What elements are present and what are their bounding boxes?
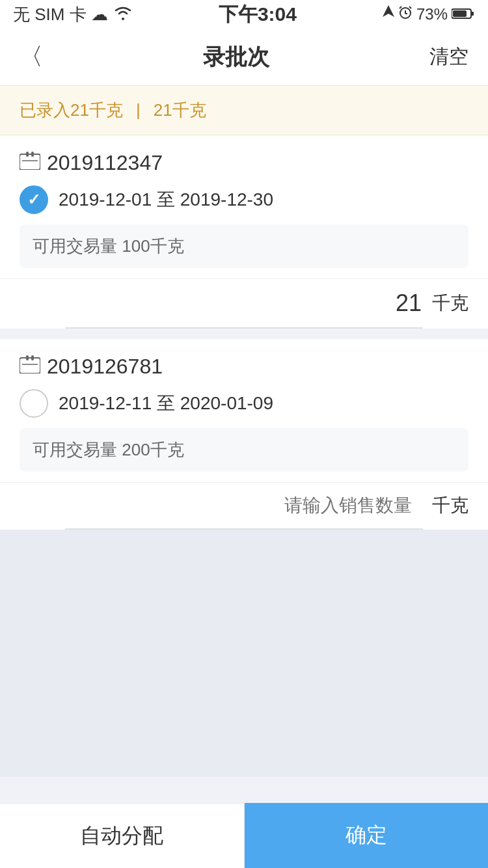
batch-1-quantity-value: 21 bbox=[396, 290, 422, 317]
bottom-bar: 自动分配 确定 bbox=[0, 803, 488, 868]
batch-1-availability: 可用交易量 100千克 bbox=[20, 224, 468, 268]
page-title: 录批次 bbox=[203, 42, 269, 72]
battery-percent: 73% bbox=[416, 5, 448, 23]
batch-2-icon bbox=[20, 355, 40, 378]
summary-label: 已录入21千克 bbox=[20, 99, 123, 122]
batch-2-date: 2019-12-11 至 2020-01-09 bbox=[59, 391, 273, 416]
svg-rect-9 bbox=[20, 154, 40, 170]
svg-rect-15 bbox=[31, 355, 34, 360]
batch-card-1: 2019112347 ✓ 2019-12-01 至 2019-12-30 可用交… bbox=[0, 135, 488, 329]
batch-2-quantity-row: 千克 bbox=[0, 482, 488, 528]
batch-1-header: 2019112347 bbox=[0, 135, 488, 180]
status-right: 73% bbox=[383, 5, 475, 23]
no-sim-text: 无 SIM 卡 ☁ bbox=[13, 3, 108, 26]
batch-1-date-row[interactable]: ✓ 2019-12-01 至 2019-12-30 bbox=[0, 180, 488, 219]
auto-distribute-button[interactable]: 自动分配 bbox=[0, 803, 245, 868]
section-gap bbox=[0, 329, 488, 339]
svg-rect-13 bbox=[20, 358, 40, 373]
summary-divider: | bbox=[136, 100, 141, 120]
batch-1-id: 2019112347 bbox=[47, 151, 163, 175]
svg-rect-14 bbox=[26, 355, 29, 360]
location-icon bbox=[383, 5, 394, 23]
status-left: 无 SIM 卡 ☁ bbox=[13, 3, 133, 26]
wifi-icon bbox=[113, 5, 133, 25]
batch-2-id: 2019126781 bbox=[47, 355, 163, 379]
alarm-icon bbox=[398, 5, 413, 23]
batch-2-header: 2019126781 bbox=[0, 339, 488, 384]
summary-amount: 21千克 bbox=[154, 99, 206, 122]
svg-marker-0 bbox=[383, 5, 394, 17]
batch-1-date: 2019-12-01 至 2019-12-30 bbox=[59, 187, 273, 212]
batch-2-radio[interactable] bbox=[20, 389, 48, 418]
batch-1-quantity-row: 21 千克 bbox=[0, 278, 488, 327]
svg-line-4 bbox=[400, 7, 401, 8]
clear-button[interactable]: 清空 bbox=[429, 44, 468, 70]
batch-1-radio[interactable]: ✓ bbox=[20, 185, 48, 214]
checkmark-icon: ✓ bbox=[27, 191, 40, 209]
back-button[interactable]: 〈 bbox=[20, 41, 43, 73]
svg-line-5 bbox=[409, 7, 411, 8]
status-bar: 无 SIM 卡 ☁ 下午3:04 73% bbox=[0, 0, 488, 29]
status-time: 下午3:04 bbox=[219, 1, 297, 28]
batch-1-icon bbox=[20, 152, 40, 174]
batch-2-date-row[interactable]: 2019-12-11 至 2020-01-09 bbox=[0, 384, 488, 423]
battery-icon bbox=[452, 5, 475, 23]
svg-rect-10 bbox=[26, 152, 29, 157]
summary-bar: 已录入21千克 | 21千克 bbox=[0, 86, 488, 135]
empty-grey-area bbox=[0, 530, 488, 777]
batch-card-2: 2019126781 2019-12-11 至 2020-01-09 可用交易量… bbox=[0, 339, 488, 530]
batch-2-availability: 可用交易量 200千克 bbox=[20, 428, 468, 472]
svg-rect-11 bbox=[31, 152, 34, 157]
batch-1-quantity-unit: 千克 bbox=[432, 291, 468, 316]
svg-rect-7 bbox=[471, 12, 474, 16]
svg-rect-8 bbox=[453, 10, 467, 17]
nav-bar: 〈 录批次 清空 bbox=[0, 29, 488, 86]
confirm-button[interactable]: 确定 bbox=[245, 803, 489, 868]
batch-2-unit: 千克 bbox=[432, 493, 468, 518]
batch-2-quantity-input[interactable] bbox=[20, 495, 422, 516]
